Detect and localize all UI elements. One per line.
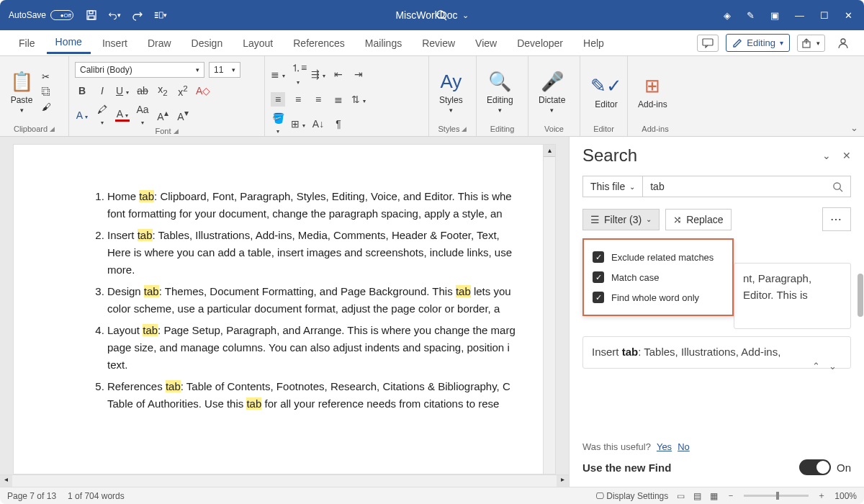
align-right-icon[interactable]: ≡ (311, 94, 325, 105)
superscript-icon[interactable]: x2 (176, 84, 190, 98)
search-scope-dropdown[interactable]: This file ⌄ (583, 176, 643, 197)
vertical-scrollbar[interactable]: ▴ (543, 145, 555, 474)
dictate-button[interactable]: 🎤Dictate▾ (534, 69, 570, 115)
autosave-toggle[interactable]: AutoSave ● Off (9, 10, 73, 20)
close-icon[interactable]: ✕ (842, 150, 851, 161)
font-size-combo[interactable]: 11▾ (209, 62, 240, 78)
paste-button[interactable]: 📋 Paste ▾ (6, 69, 37, 115)
tab-developer[interactable]: Developer (508, 33, 572, 53)
tab-draw[interactable]: Draw (139, 33, 180, 53)
bullets-icon[interactable]: ≣ ▾ (271, 68, 285, 80)
dialog-launcher-icon[interactable]: ◢ (462, 125, 467, 132)
tab-help[interactable]: Help (575, 33, 613, 53)
horizontal-scrollbar[interactable]: ◂▸ (0, 474, 569, 487)
more-options-button[interactable]: ⋯ (822, 207, 851, 231)
search-result[interactable]: Insert tab: Tables, Illustrations, Add-i… (582, 336, 851, 369)
redo-icon[interactable] (131, 9, 144, 22)
autosave-state[interactable]: ● Off (50, 10, 73, 20)
highlight-icon[interactable]: 🖍 ▾ (95, 104, 109, 127)
borders-icon[interactable]: ⊞ ▾ (291, 118, 305, 130)
grow-font-icon[interactable]: A▴ (156, 108, 170, 122)
decrease-indent-icon[interactable]: ⇤ (331, 68, 346, 80)
tab-design[interactable]: Design (183, 33, 232, 53)
minimize-icon[interactable]: — (795, 10, 804, 21)
diamond-icon[interactable]: ◈ (724, 10, 731, 21)
new-find-toggle[interactable] (799, 459, 831, 475)
chevron-down-icon[interactable]: ⌄ (822, 150, 831, 161)
font-name-combo[interactable]: Calibri (Body)▾ (75, 62, 204, 78)
font-color-icon[interactable]: A ▾ (115, 108, 130, 122)
scroll-right-icon[interactable]: ▸ (557, 475, 569, 487)
share-button[interactable]: ▾ (797, 35, 825, 52)
tab-review[interactable]: Review (413, 33, 464, 53)
copy-icon[interactable]: ⿻ (42, 86, 51, 97)
account-icon[interactable] (832, 34, 854, 53)
checkbox-icon[interactable]: ✓ (593, 271, 604, 283)
document-page[interactable]: Home tab: Clipboard, Font, Paragraph, St… (13, 144, 556, 474)
zoom-out-icon[interactable]: － (726, 490, 735, 502)
page-indicator[interactable]: Page 7 of 13 (7, 491, 56, 501)
sort-icon[interactable]: A↓ (311, 118, 325, 130)
undo-icon[interactable]: ▾ (108, 9, 121, 22)
maximize-icon[interactable]: ☐ (820, 10, 829, 21)
document-title[interactable]: MiscWorkDoc ⌄ (395, 9, 468, 21)
close-icon[interactable]: ✕ (845, 10, 852, 21)
format-painter-icon[interactable]: 🖌 (42, 102, 51, 112)
text-effects-icon[interactable]: A ▾ (75, 109, 89, 121)
underline-icon[interactable]: U ▾ (115, 85, 130, 96)
wand-icon[interactable]: ✎ (747, 10, 755, 21)
tab-mailings[interactable]: Mailings (356, 33, 410, 53)
show-marks-icon[interactable]: ¶ (331, 118, 346, 130)
zoom-slider[interactable] (744, 495, 809, 497)
tab-home[interactable]: Home (47, 32, 91, 54)
filter-button[interactable]: ☰Filter (3) ⌄ (582, 209, 660, 230)
zoom-level[interactable]: 100% (834, 491, 857, 501)
prev-result-icon[interactable]: ⌃ (812, 361, 820, 372)
strikethrough-icon[interactable]: ab (135, 85, 150, 96)
qat-customize-icon[interactable]: ▾ (154, 9, 167, 22)
word-count[interactable]: 1 of 704 words (68, 491, 125, 501)
increase-indent-icon[interactable]: ⇥ (351, 68, 366, 80)
collapse-ribbon-icon[interactable]: ⌄ (850, 122, 858, 133)
search-result[interactable]: nt, Paragraph,Editor. This is (734, 263, 851, 329)
italic-icon[interactable]: I (95, 85, 109, 96)
save-icon[interactable] (85, 9, 98, 22)
scroll-left-icon[interactable]: ◂ (0, 475, 12, 487)
line-spacing-icon[interactable]: ⇅ ▾ (351, 94, 366, 105)
search-icon[interactable] (436, 9, 447, 21)
filter-option-wholeword[interactable]: ✓Find whole word only (593, 287, 724, 307)
next-result-icon[interactable]: ⌄ (829, 361, 837, 372)
editing-button[interactable]: 🔍Editing▾ (482, 69, 518, 115)
web-layout-icon[interactable]: ▦ (710, 491, 718, 501)
justify-icon[interactable]: ≣ (331, 94, 346, 105)
checkbox-icon[interactable]: ✓ (593, 251, 604, 263)
dialog-launcher-icon[interactable]: ◢ (174, 127, 179, 135)
replace-button[interactable]: ⤭Replace (665, 209, 731, 230)
checkbox-icon[interactable]: ✓ (593, 292, 604, 303)
tab-references[interactable]: References (284, 33, 354, 53)
styles-button[interactable]: AyStyles▾ (435, 69, 467, 115)
filter-option-matchcase[interactable]: ✓Match case (593, 267, 724, 287)
print-layout-icon[interactable]: ▤ (693, 491, 701, 501)
display-settings[interactable]: 🖵 Display Settings (595, 491, 668, 501)
numbering-icon[interactable]: ⒈≡ ▾ (291, 62, 305, 86)
pane-scrollbar-thumb[interactable] (858, 274, 863, 317)
subscript-icon[interactable]: x2 (156, 84, 170, 97)
comments-button[interactable] (697, 35, 719, 52)
tab-file[interactable]: File (10, 33, 44, 53)
cut-icon[interactable]: ✂ (42, 71, 51, 82)
filter-option-exclude[interactable]: ✓Exclude related matches (593, 247, 724, 267)
bold-icon[interactable]: B (75, 85, 89, 96)
align-left-icon[interactable]: ≡ (271, 92, 285, 107)
feedback-no-link[interactable]: No (678, 441, 690, 452)
dialog-launcher-icon[interactable]: ◢ (50, 125, 55, 132)
tab-layout[interactable]: Layout (234, 33, 282, 53)
feedback-yes-link[interactable]: Yes (657, 441, 672, 452)
zoom-in-icon[interactable]: ＋ (817, 490, 826, 502)
tab-view[interactable]: View (467, 33, 505, 53)
focus-view-icon[interactable]: ▭ (677, 491, 685, 501)
tab-insert[interactable]: Insert (94, 33, 136, 53)
editing-mode-button[interactable]: Editing ▾ (726, 34, 790, 52)
clear-format-icon[interactable]: A◇ (196, 85, 210, 96)
change-case-icon[interactable]: Aa ▾ (135, 104, 150, 127)
